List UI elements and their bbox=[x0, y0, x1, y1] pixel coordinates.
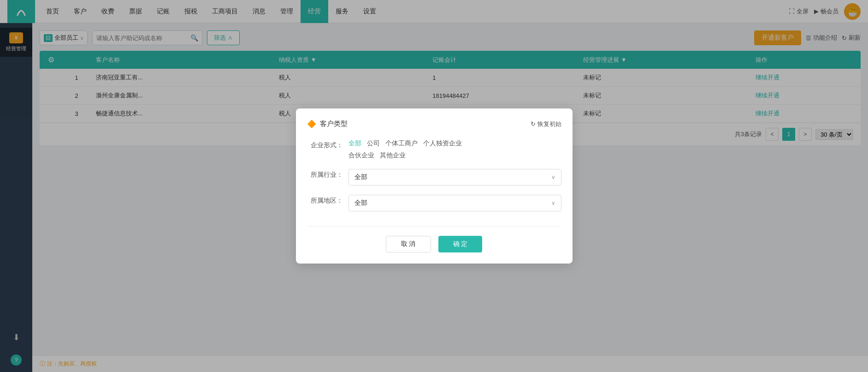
region-select[interactable]: 全部 ∨ bbox=[348, 195, 561, 211]
region-value: 全部 bbox=[354, 199, 367, 207]
option-company[interactable]: 公司 bbox=[367, 139, 380, 148]
modal-footer: 取 消 确 定 bbox=[307, 226, 561, 252]
reset-icon: ↻ bbox=[531, 120, 536, 127]
region-row: 所属地区： 全部 ∨ bbox=[307, 195, 561, 211]
customer-type-modal: 🔶 客户类型 ↻ 恢复初始 企业形式： 全部 公司 个体工商户 个人独资企业 合… bbox=[296, 108, 573, 264]
option-all[interactable]: 全部 bbox=[348, 139, 361, 148]
confirm-button[interactable]: 确 定 bbox=[438, 236, 483, 252]
option-other[interactable]: 其他企业 bbox=[380, 151, 406, 160]
reset-label: 恢复初始 bbox=[537, 120, 561, 128]
modal-title: 🔶 客户类型 bbox=[307, 120, 348, 128]
industry-select[interactable]: 全部 ∨ bbox=[348, 169, 561, 186]
cancel-button[interactable]: 取 消 bbox=[386, 236, 431, 252]
industry-value: 全部 bbox=[354, 173, 367, 181]
enterprise-options-row2: 合伙企业 其他企业 bbox=[348, 151, 561, 160]
modal-title-icon: 🔶 bbox=[307, 120, 316, 128]
industry-dropdown-arrow: ∨ bbox=[551, 174, 555, 180]
region-dropdown-arrow: ∨ bbox=[551, 200, 555, 206]
option-partnership[interactable]: 合伙企业 bbox=[348, 151, 374, 160]
enterprise-options: 全部 公司 个体工商户 个人独资企业 bbox=[348, 139, 561, 148]
enterprise-form-label: 企业形式： bbox=[307, 139, 348, 150]
region-label: 所属地区： bbox=[307, 195, 348, 205]
industry-field: 全部 ∨ bbox=[348, 169, 561, 186]
region-field: 全部 ∨ bbox=[348, 195, 561, 211]
industry-label: 所属行业： bbox=[307, 169, 348, 179]
modal-header: 🔶 客户类型 ↻ 恢复初始 bbox=[307, 120, 561, 128]
enterprise-form-row: 企业形式： 全部 公司 个体工商户 个人独资企业 合伙企业 其他企业 bbox=[307, 139, 561, 160]
modal-reset-button[interactable]: ↻ 恢复初始 bbox=[531, 120, 561, 128]
option-individual[interactable]: 个体工商户 bbox=[385, 139, 418, 148]
modal-title-text: 客户类型 bbox=[320, 120, 348, 128]
industry-row: 所属行业： 全部 ∨ bbox=[307, 169, 561, 186]
option-sole[interactable]: 个人独资企业 bbox=[423, 139, 462, 148]
enterprise-form-field: 全部 公司 个体工商户 个人独资企业 合伙企业 其他企业 bbox=[348, 139, 561, 160]
